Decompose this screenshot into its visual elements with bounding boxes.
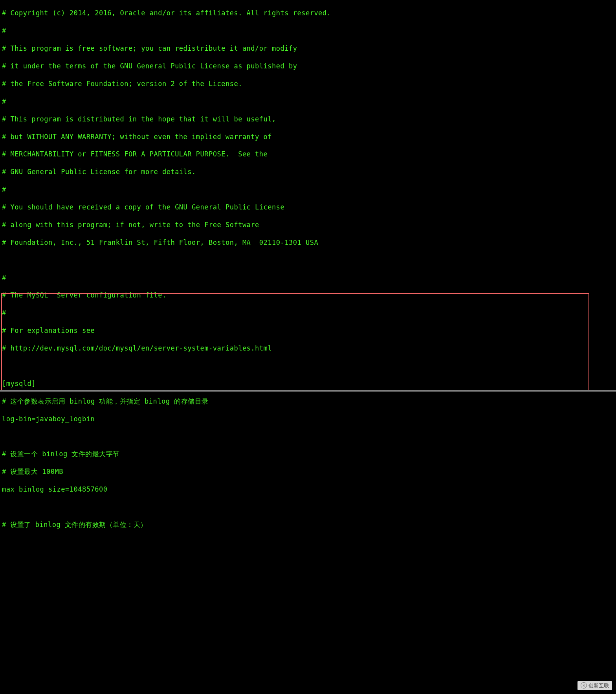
watermark-badge: ✕ 创新互联	[578, 681, 612, 690]
config-line	[2, 503, 614, 511]
config-line: # For explanations see	[2, 326, 614, 335]
terminal-output: # Copyright (c) 2014, 2016, Oracle and/o…	[0, 0, 616, 538]
config-line: # the Free Software Foundation; version …	[2, 79, 614, 88]
config-line	[2, 256, 614, 264]
watermark-logo-icon: ✕	[581, 682, 587, 688]
config-setting-maxbinlog: max_binlog_size=104857600	[2, 485, 614, 494]
config-line: # The MySQL Server configuration file.	[2, 291, 614, 299]
config-line: # Copyright (c) 2014, 2016, Oracle and/o…	[2, 9, 614, 17]
config-line	[2, 362, 614, 370]
watermark-text: 创新互联	[588, 682, 609, 689]
config-line: # GNU General Public License for more de…	[2, 167, 614, 176]
config-line: #	[2, 185, 614, 194]
config-line: #	[2, 308, 614, 317]
config-line: # Foundation, Inc., 51 Franklin St, Fift…	[2, 238, 614, 247]
config-line: # This program is distributed in the hop…	[2, 115, 614, 123]
config-line	[2, 432, 614, 441]
mysqld-section-header: [mysqld]	[2, 379, 614, 388]
config-comment: # 设置一个 binlog 文件的最大字节	[2, 450, 614, 458]
config-comment: # 设置了 binlog 文件的有效期（单位：天）	[2, 520, 614, 529]
config-line: # You should have received a copy of the…	[2, 203, 614, 211]
config-line: # but WITHOUT ANY WARRANTY; without even…	[2, 132, 614, 141]
config-line: #	[2, 274, 614, 282]
config-line: # along with this program; if not, write…	[2, 220, 614, 229]
config-setting-logbin: log-bin=javaboy_logbin	[2, 415, 614, 423]
config-line: # This program is free software; you can…	[2, 44, 614, 53]
config-comment: # 设置最大 100MB	[2, 467, 614, 476]
config-comment: # 这个参数表示启用 binlog 功能，并指定 binlog 的存储目录	[2, 397, 614, 406]
horizontal-divider	[0, 390, 616, 392]
config-line: #	[2, 26, 614, 35]
config-line: # http://dev.mysql.com/doc/mysql/en/serv…	[2, 344, 614, 353]
config-line: # it under the terms of the GNU General …	[2, 62, 614, 70]
config-line: #	[2, 97, 614, 106]
config-line: # MERCHANTABILITY or FITNESS FOR A PARTI…	[2, 150, 614, 158]
